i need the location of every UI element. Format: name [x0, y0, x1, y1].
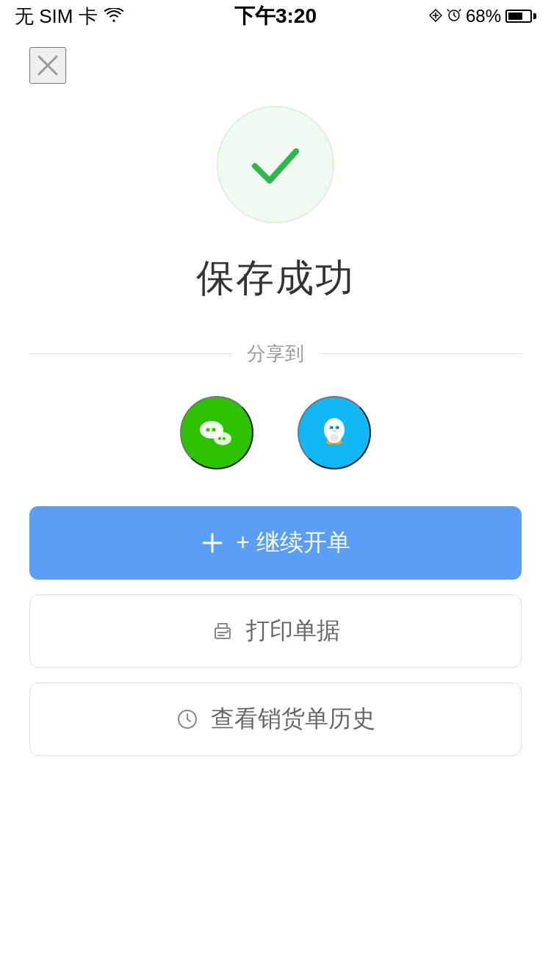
plus-icon — [201, 531, 224, 555]
qq-icon — [312, 411, 356, 455]
success-icon-circle — [217, 106, 334, 223]
share-label: 分享到 — [247, 341, 304, 367]
svg-rect-25 — [217, 635, 225, 636]
svg-point-20 — [330, 434, 339, 442]
status-right: 68% — [429, 6, 536, 26]
svg-point-26 — [227, 630, 229, 633]
battery-icon — [505, 10, 536, 23]
printer-icon — [211, 619, 234, 643]
svg-point-15 — [337, 427, 339, 428]
svg-point-7 — [218, 437, 221, 440]
close-button[interactable] — [29, 47, 66, 84]
print-button[interactable]: 打印单据 — [29, 594, 522, 668]
svg-point-4 — [206, 428, 210, 432]
share-divider: 分享到 — [29, 341, 522, 367]
share-icons — [29, 396, 522, 469]
sim-status: 无 SIM 卡 — [15, 4, 98, 29]
success-title: 保存成功 — [196, 253, 355, 304]
clock-icon — [176, 707, 199, 731]
status-bar: 无 SIM 卡 下午3:20 68% — [0, 0, 551, 32]
battery-percentage: 68% — [466, 6, 501, 26]
check-icon — [246, 135, 305, 194]
alarm-icon — [447, 6, 461, 26]
status-left: 无 SIM 卡 — [15, 4, 124, 29]
wechat-share-button[interactable] — [180, 396, 253, 469]
history-label: 查看销货单历史 — [211, 703, 375, 735]
svg-rect-24 — [217, 632, 228, 633]
status-time: 下午3:20 — [234, 2, 317, 30]
continue-order-label: + 继续开单 — [236, 527, 350, 559]
continue-order-button[interactable]: + 继续开单 — [29, 506, 522, 580]
share-section: 分享到 — [29, 341, 522, 469]
wifi-icon — [104, 5, 124, 28]
wechat-icon — [195, 411, 239, 455]
main-content: 保存成功 分享到 — [0, 32, 551, 756]
location-icon — [429, 6, 442, 26]
svg-point-14 — [331, 427, 333, 428]
action-buttons: + 继续开单 打印单据 查看销货单历史 — [29, 506, 522, 756]
print-label: 打印单据 — [246, 615, 340, 647]
qq-share-button[interactable] — [298, 396, 371, 469]
svg-point-5 — [212, 428, 216, 432]
svg-point-8 — [223, 437, 226, 440]
history-button[interactable]: 查看销货单历史 — [29, 682, 522, 756]
